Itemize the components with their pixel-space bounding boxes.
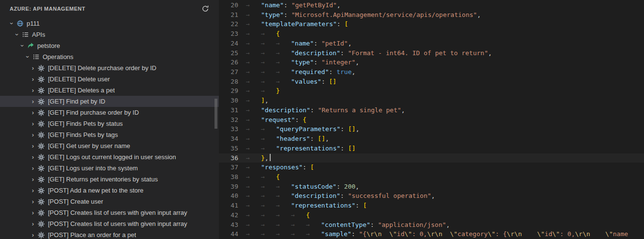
token-punc: ,: [325, 135, 329, 142]
code-text: →"request": {: [246, 115, 644, 125]
code-line[interactable]: 28→→→"values": []: [219, 77, 644, 87]
code-line[interactable]: 34→→"headers": [],: [219, 134, 644, 144]
tree-item[interactable]: ›[POST] Add a new pet to the store: [0, 185, 219, 196]
tree-item[interactable]: ›[POST] Creates list of users with given…: [0, 218, 219, 229]
token-punc: :: [340, 192, 348, 199]
line-number[interactable]: 39: [219, 182, 246, 192]
code-line[interactable]: 30→],: [219, 96, 644, 105]
code-line[interactable]: 44→→→→→"sample": "{\r\n \"id\": 0,\r\n \…: [219, 229, 644, 239]
chevron-down-icon[interactable]: ›: [24, 53, 31, 61]
tree-item[interactable]: ›Operations: [0, 51, 219, 62]
line-number[interactable]: 28: [219, 77, 246, 87]
code-line[interactable]: 42→→→→{: [219, 210, 644, 220]
line-number[interactable]: 20: [219, 0, 246, 10]
chevron-right-icon[interactable]: ›: [29, 198, 37, 205]
code-line[interactable]: 39→→→"statusCode": 200,: [219, 182, 644, 192]
tree-item[interactable]: ›[POST] Create user: [0, 196, 219, 207]
tree-item[interactable]: ›[GET] Find pet by ID: [0, 96, 219, 107]
chevron-right-icon[interactable]: ›: [29, 75, 37, 83]
chevron-right-icon[interactable]: ›: [29, 187, 37, 194]
tree-item[interactable]: ›[POST] Place an order for a pet: [0, 229, 219, 239]
line-number[interactable]: 35: [219, 144, 246, 153]
tree-item[interactable]: ›p111: [0, 18, 219, 29]
line-number[interactable]: 32: [219, 115, 246, 125]
tree-item[interactable]: ›petstore: [0, 40, 219, 51]
token-str: "application/json": [378, 221, 446, 228]
line-number[interactable]: 25: [219, 48, 246, 58]
code-line[interactable]: 20→"name": "getPetById",: [219, 0, 644, 10]
tree-item[interactable]: ›[GET] Get user by user name: [0, 140, 219, 151]
chevron-right-icon[interactable]: ›: [29, 98, 37, 105]
line-number[interactable]: 33: [219, 124, 246, 134]
chevron-right-icon[interactable]: ›: [29, 176, 37, 183]
refresh-icon[interactable]: [200, 4, 210, 14]
tree-item[interactable]: ›[GET] Returns pet inventories by status: [0, 174, 219, 185]
tree-item[interactable]: ›[DELETE] Delete purchase order by ID: [0, 62, 219, 74]
sidebar-scrollbar-thumb[interactable]: [215, 99, 217, 129]
chevron-right-icon[interactable]: ›: [29, 131, 37, 138]
line-number[interactable]: 23: [219, 29, 246, 39]
line-number[interactable]: 34: [219, 134, 246, 144]
line-number[interactable]: 21: [219, 10, 246, 20]
code-line[interactable]: 38→→{: [219, 172, 644, 182]
line-number[interactable]: 24: [219, 39, 246, 48]
code-line[interactable]: 27→→→"required": true,: [219, 67, 644, 77]
code-line[interactable]: 32→"request": {: [219, 115, 644, 125]
chevron-right-icon[interactable]: ›: [29, 209, 37, 216]
chevron-right-icon[interactable]: ›: [29, 153, 37, 161]
line-number[interactable]: 44: [219, 229, 246, 239]
code-line[interactable]: 37→"responses": [: [219, 163, 644, 172]
line-number[interactable]: 43: [219, 220, 246, 230]
line-number[interactable]: 31: [219, 105, 246, 115]
tree-item[interactable]: ›[GET] Logs user into the system: [0, 163, 219, 174]
tree-item[interactable]: ›[GET] Finds Pets by status: [0, 118, 219, 129]
line-number[interactable]: 29: [219, 86, 246, 96]
token-esc: \r\n: [427, 230, 442, 238]
chevron-right-icon[interactable]: ›: [29, 231, 37, 239]
tree-item[interactable]: ›[DELETE] Deletes a pet: [0, 85, 219, 96]
tree-item[interactable]: ›[GET] Finds Pets by tags: [0, 129, 219, 140]
line-number[interactable]: 38: [219, 172, 246, 182]
code-line[interactable]: 41→→→"representations": [: [219, 201, 644, 210]
chevron-right-icon[interactable]: ›: [29, 142, 37, 149]
line-number[interactable]: 30: [219, 96, 246, 105]
code-line[interactable]: 26→→→"type": "integer",: [219, 58, 644, 67]
line-number[interactable]: 40: [219, 191, 246, 201]
tree-item[interactable]: ›[GET] Logs out current logged in user s…: [0, 151, 219, 163]
line-number[interactable]: 26: [219, 58, 246, 67]
chevron-right-icon[interactable]: ›: [29, 64, 37, 72]
tree-item[interactable]: ›[GET] Find purchase order by ID: [0, 107, 219, 118]
token-key: "type": [261, 11, 284, 18]
line-number[interactable]: 22: [219, 19, 246, 29]
chevron-right-icon[interactable]: ›: [29, 120, 37, 127]
code-line[interactable]: 25→→→"description": "Format - int64. ID …: [219, 48, 644, 58]
line-number[interactable]: 42: [219, 210, 246, 220]
code-line[interactable]: 35→→"representations": []: [219, 144, 644, 153]
code-line[interactable]: 31→"description": "Returns a single pet"…: [219, 105, 644, 115]
chevron-right-icon[interactable]: ›: [29, 87, 37, 94]
code-line[interactable]: 22→"templateParameters": [: [219, 19, 644, 29]
code-line[interactable]: 36→},: [219, 153, 644, 163]
code-line[interactable]: 33→→"queryParameters": [],: [219, 124, 644, 134]
code-line[interactable]: 29→→}: [219, 86, 644, 96]
line-number[interactable]: 37: [219, 163, 246, 172]
code-line[interactable]: 43→→→→→"contentType": "application/json"…: [219, 220, 644, 230]
tree-item[interactable]: ›[POST] Creates list of users with given…: [0, 207, 219, 218]
chevron-right-icon[interactable]: ›: [29, 164, 37, 172]
chevron-right-icon[interactable]: ›: [29, 109, 37, 116]
token-punc: :: [303, 164, 310, 171]
chevron-down-icon[interactable]: ›: [19, 42, 26, 50]
tree-item[interactable]: ›APIs: [0, 29, 219, 40]
code-line[interactable]: 23→→{: [219, 29, 644, 39]
line-number[interactable]: 27: [219, 67, 246, 77]
code-line[interactable]: 24→→→"name": "petId",: [219, 39, 644, 48]
chevron-down-icon[interactable]: ›: [8, 20, 15, 28]
line-number[interactable]: 41: [219, 201, 246, 210]
tree-item[interactable]: ›[DELETE] Delete user: [0, 74, 219, 85]
chevron-right-icon[interactable]: ›: [29, 220, 37, 227]
line-number[interactable]: 36: [219, 153, 246, 163]
code-line[interactable]: 40→→→"description": "successful operatio…: [219, 191, 644, 201]
code-line[interactable]: 21→"type": "Microsoft.ApiManagement/serv…: [219, 10, 644, 20]
json-editor[interactable]: 20→"name": "getPetById",21→"type": "Micr…: [219, 0, 644, 239]
chevron-down-icon[interactable]: ›: [14, 31, 21, 39]
